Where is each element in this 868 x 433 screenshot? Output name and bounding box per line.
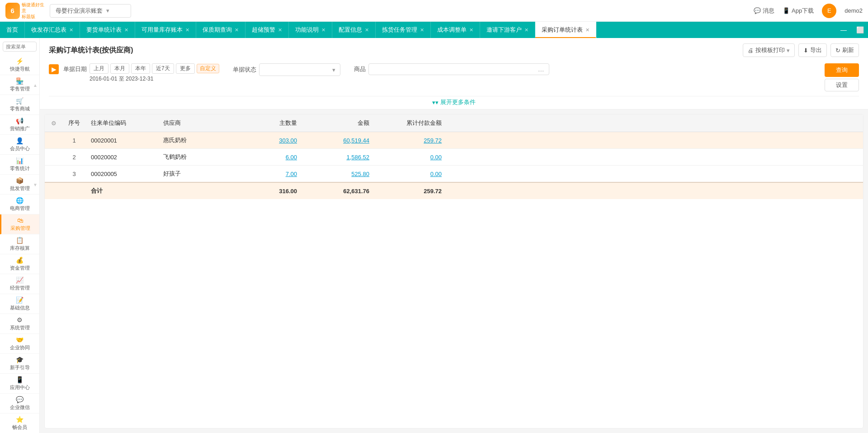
goods-input[interactable] [373,66,538,73]
goods-more-icon[interactable]: … [538,66,544,73]
basic-info-icon: 📝 [16,296,24,304]
tab-config[interactable]: 配置信息 ✕ [332,22,376,38]
sidebar-item-wholesale[interactable]: 📦 批发管理 ▼ [0,175,39,195]
settings-btn[interactable]: 设置 [825,79,859,91]
sidebar-item-system[interactable]: ⚙ 系统管理 [0,314,39,334]
expand-more-btn[interactable]: ▾▾ 展开更多条件 [432,98,476,106]
app-download-btn[interactable]: 📱 App下载 [783,7,814,15]
cell-no: 2 [63,149,85,166]
tab-close-icon[interactable]: ✕ [124,27,128,33]
sidebar-item-member[interactable]: ⭐ 畅会员 [0,414,39,433]
tab-close-icon[interactable]: ✕ [185,27,189,33]
sidebar-item-new-guide[interactable]: 🎓 新手引导 [0,354,39,374]
sidebar-item-finance[interactable]: 💰 资金管理 [0,254,39,274]
date-btn-more[interactable]: 更多 [176,63,195,74]
cell-qty[interactable]: 303.00 [248,132,302,149]
enterprise-wechat-icon: 💬 [16,396,24,403]
tab-purchase-order-stat[interactable]: 采购订单统计表 ✕ [535,22,596,38]
tab-close-icon[interactable]: ✕ [278,27,282,33]
col-no-header: 序号 [63,114,85,132]
expand-toggle-btn[interactable]: ▶ [49,64,59,74]
tab-close-icon[interactable]: ✕ [69,27,73,33]
tab-picking-task[interactable]: 拣货任务管理 ✕ [376,22,431,38]
date-btn-7days[interactable]: 近7天 [152,63,174,74]
cell-paid[interactable]: 0.00 [375,166,447,183]
table-row[interactable]: 1 00020001 惠氏奶粉 303.00 60,519.44 259.72 [45,132,863,149]
date-btn-this-month[interactable]: 本月 [110,63,129,74]
logo-icon: 6 [5,3,20,19]
tab-available-stock[interactable]: 可用量库存账本 ✕ [135,22,196,38]
finance-icon: 💰 [16,257,24,264]
sidebar-item-operations[interactable]: 📈 经营管理 [0,274,39,294]
tab-close-icon[interactable]: ✕ [585,27,590,33]
cell-paid[interactable]: 259.72 [375,132,447,149]
export-btn[interactable]: ⬇ 导出 [798,43,827,57]
tab-invite-downstream[interactable]: 邀请下游客户 ✕ [480,22,535,38]
template-print-btn[interactable]: 🖨 按模板打印 ▾ [743,43,795,57]
sidebar-item-marketing[interactable]: 📢 营销推广 [0,115,39,135]
app-download-label: App下载 [792,7,814,15]
date-btn-last-month[interactable]: 上月 [90,63,108,74]
sidebar-item-quick-nav[interactable]: ⚡ 快捷导航 [0,55,39,75]
col-settings-icon[interactable]: ⚙ [51,120,57,127]
sidebar-item-basic-info[interactable]: 📝 基础信息 [0,294,39,314]
cell-supplier: 飞鹤奶粉 [158,149,248,166]
template-arrow-icon: ▾ [787,47,790,54]
col-paid-header: 累计付款金额 [375,114,447,132]
custom-date-tag: 自定义 [197,64,219,73]
cell-amount[interactable]: 525.80 [302,166,375,183]
tab-receive-send[interactable]: 收发存汇总表 ✕ [25,22,80,38]
page-header: 采购订单统计表(按供应商) 🖨 按模板打印 ▾ ⬇ 导出 ↻ 刷新 [40,38,868,109]
user-avatar[interactable]: E [822,4,836,18]
nav-maximize-btn[interactable]: ⬜ [852,22,868,38]
tab-close-icon[interactable]: ✕ [469,27,473,33]
tab-close-icon[interactable]: ✕ [321,27,326,33]
sidebar-item-retail-manage[interactable]: 🏪 零售管理 ▲ [0,75,39,95]
sidebar-item-member-center[interactable]: 👤 会员中心 [0,135,39,155]
table-row[interactable]: 3 00020005 好孩子 7.00 525.80 0.00 [45,166,863,183]
search-btn[interactable]: 查询 [825,63,859,77]
logo-area[interactable]: 6 畅捷通好生意 标题版 [5,2,45,19]
table-row[interactable]: 2 00020002 飞鹤奶粉 6.00 1,586.52 0.00 [45,149,863,166]
sidebar-search-input[interactable] [3,42,37,52]
table-footer-row: 合计 316.00 62,631.76 259.72 [45,182,863,199]
print-icon: 🖨 [748,47,754,54]
cell-amount[interactable]: 60,519.44 [302,132,375,149]
tab-home[interactable]: 首页 [0,22,25,38]
tab-close-icon[interactable]: ✕ [524,27,528,33]
sidebar-item-inventory[interactable]: 📋 库存核算 [0,234,39,254]
tab-warranty[interactable]: 保质期查询 ✕ [196,22,245,38]
workspace-selector[interactable]: 母婴行业演示账套 ▾ [50,4,131,18]
refresh-icon: ↻ [835,47,840,54]
tab-close-icon[interactable]: ✕ [235,27,239,33]
content-area: 采购订单统计表(按供应商) 🖨 按模板打印 ▾ ⬇ 导出 ↻ 刷新 [40,38,868,433]
tab-requisition[interactable]: 要货单统计表 ✕ [80,22,135,38]
tab-close-icon[interactable]: ✕ [365,27,369,33]
retail-stat-icon: 📊 [16,157,24,164]
col-amount-header: 金额 [302,114,375,132]
tab-feature-desc[interactable]: 功能说明 ✕ [289,22,332,38]
status-select[interactable]: ▾ [259,63,340,76]
cell-paid[interactable]: 0.00 [375,149,447,166]
app-center-icon: 📱 [16,376,24,383]
sidebar-item-app-center[interactable]: 📱 应用中心 [0,374,39,394]
date-btn-this-year[interactable]: 本年 [131,63,150,74]
tab-cost-adjust[interactable]: 成本调整单 ✕ [431,22,480,38]
nav-minimize-btn[interactable]: — [835,22,852,38]
sidebar-item-retail-stat[interactable]: 📊 零售统计 [0,155,39,175]
sidebar-item-purchase[interactable]: 🛍 采购管理 [0,214,39,234]
cell-amount[interactable]: 1,586.52 [302,149,375,166]
refresh-btn[interactable]: ↻ 刷新 [830,43,859,57]
sidebar-item-enterprise-wechat[interactable]: 💬 企业微信 [0,394,39,414]
sidebar-item-cooperation[interactable]: 🤝 企业协同 [0,334,39,354]
tab-overstock[interactable]: 超储预警 ✕ [245,22,289,38]
tab-close-icon[interactable]: ✕ [420,27,424,33]
message-btn[interactable]: 💬 消息 [754,7,774,15]
sidebar-item-retail-mall[interactable]: 🛒 零售商城 [0,95,39,115]
cell-qty[interactable]: 7.00 [248,166,302,183]
cell-qty[interactable]: 6.00 [248,149,302,166]
inventory-icon: 📋 [16,237,24,244]
user-name[interactable]: demo2 [844,7,863,14]
sidebar-item-ecommerce[interactable]: 🌐 电商管理 [0,195,39,214]
cell-settings [45,132,63,149]
